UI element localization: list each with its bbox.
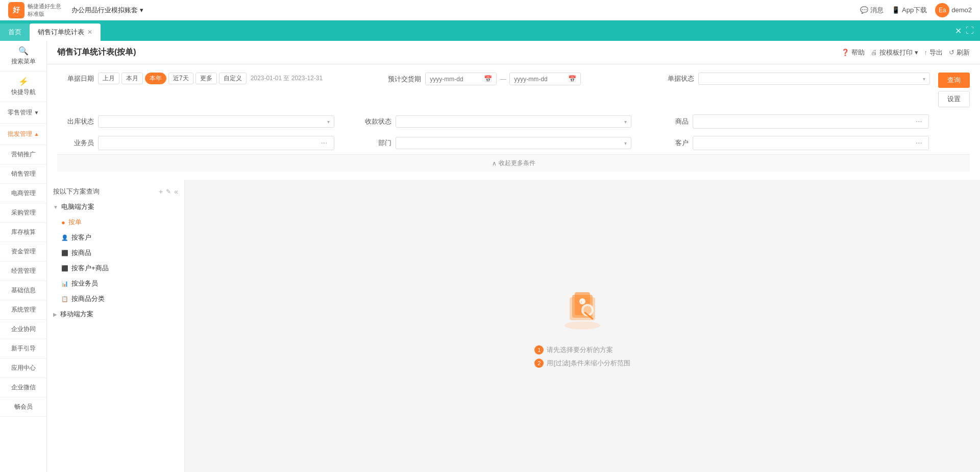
refresh-icon: ↺: [949, 49, 954, 56]
date-from-field[interactable]: [430, 76, 484, 83]
dept-field[interactable]: [400, 139, 625, 147]
page-title: 销售订单统计表(按单): [57, 47, 136, 64]
sidebar-item-search-menu[interactable]: 🔍 搜索菜单: [0, 41, 46, 72]
logo-text: 畅捷通好生意 标准版: [28, 3, 61, 17]
date-btn-more[interactable]: 更多: [195, 73, 217, 84]
status-label: 单据状态: [657, 74, 698, 83]
salesperson-icon: 📊: [61, 280, 68, 287]
sidebar-item-enterprise-wechat[interactable]: 企业微信: [0, 378, 46, 397]
top-bar-right: 💬 消息 📱 App下载 Ea demo2: [860, 3, 972, 17]
tab-sales-order-stats[interactable]: 销售订单统计表 ✕: [30, 23, 101, 41]
left-panel-actions: + ✎ «: [159, 187, 178, 196]
tree-item-by-single[interactable]: ● 按单: [51, 215, 184, 230]
sidebar-item-app-center[interactable]: 应用中心: [0, 359, 46, 378]
sidebar-item-wholesale[interactable]: 批发管理 ▲: [0, 124, 46, 145]
settings-button[interactable]: 设置: [938, 91, 970, 107]
tree-item-by-goods-category[interactable]: 📋 按商品分类: [51, 291, 184, 306]
left-panel-title: 按以下方案查询: [53, 187, 100, 196]
chevron-up-icon: ▲: [34, 131, 39, 137]
customer-label: 客户: [652, 138, 693, 148]
tab-close-window-icon[interactable]: ✕: [955, 26, 962, 36]
sidebar-item-system[interactable]: 系统管理: [0, 300, 46, 320]
date-btn-7days[interactable]: 近7天: [168, 73, 193, 84]
expected-date-from-input[interactable]: 📅: [425, 73, 497, 85]
sidebar-item-basic[interactable]: 基础信息: [0, 281, 46, 300]
tree-item-by-goods[interactable]: ⬛ 按商品: [51, 245, 184, 261]
app-download-button[interactable]: 📱 App下载: [892, 6, 927, 15]
collapse-filters-button[interactable]: ∧ 收起更多条件: [57, 154, 970, 172]
tree-group-mobile[interactable]: ▶ 移动端方案: [47, 306, 184, 322]
tab-home[interactable]: 首页: [0, 23, 30, 41]
edit-scheme-button[interactable]: ✎: [166, 188, 171, 195]
date-btn-last-month[interactable]: 上月: [98, 73, 119, 84]
chevron-down-icon: ▾: [915, 49, 918, 56]
tree-item-by-customer-goods[interactable]: ⬛ 按客户+商品: [51, 261, 184, 276]
sidebar-item-quick-nav[interactable]: ⚡ 快捷导航: [0, 72, 46, 102]
tab-bar: 首页 销售订单统计表 ✕ ✕ ⛶: [0, 20, 980, 41]
date-range-display: 2023-01-01 至 2023-12-31: [251, 74, 323, 83]
out-status-select[interactable]: ▾: [98, 115, 334, 128]
tree-item-by-customer[interactable]: 👤 按客户: [51, 230, 184, 245]
download-icon: 📱: [892, 6, 900, 14]
more-options-icon[interactable]: ···: [914, 138, 924, 148]
date-btn-this-month[interactable]: 本月: [121, 73, 143, 84]
avatar: Ea: [935, 3, 949, 17]
status-select[interactable]: ▾: [698, 73, 930, 85]
sidebar-item-operations[interactable]: 经营管理: [0, 262, 46, 281]
date-to-field[interactable]: [514, 76, 568, 83]
empty-illustration: !: [557, 282, 608, 333]
sidebar-item-enterprise[interactable]: 企业协同: [0, 320, 46, 339]
refresh-button[interactable]: ↺ 刷新: [949, 48, 970, 57]
date-btn-custom[interactable]: 自定义: [219, 73, 247, 84]
sidebar-item-purchase[interactable]: 采购管理: [0, 203, 46, 223]
tab-maximize-icon[interactable]: ⛶: [966, 26, 974, 36]
filter-panel: 单据日期 上月 本月 本年 近7天 更多 自定义 2023-01-01 至 20…: [47, 64, 980, 180]
out-status-field[interactable]: [103, 118, 327, 125]
tab-close-icon[interactable]: ✕: [87, 29, 92, 36]
app-selector[interactable]: 办公用品行业模拟账套 ▾: [71, 6, 143, 15]
goods-field[interactable]: [697, 118, 913, 125]
message-icon: 💬: [860, 6, 868, 14]
customer-goods-icon: ⬛: [61, 265, 68, 272]
customer-field[interactable]: [697, 139, 913, 147]
more-options-icon[interactable]: ···: [914, 117, 924, 126]
salesperson-label: 业务员: [57, 138, 98, 148]
right-content: ! 1 请先选择要分析的方案 2 用[过滤]条件来缩小分析范围: [185, 180, 980, 472]
receipt-status-field[interactable]: [400, 118, 625, 125]
help-icon: ❓: [841, 49, 849, 56]
query-btn-group: 查询 设置: [938, 73, 970, 107]
help-button[interactable]: ❓ 帮助: [841, 48, 865, 57]
sidebar-item-retail[interactable]: 零售管理 ▼: [0, 102, 46, 124]
goods-select[interactable]: ···: [693, 114, 929, 129]
salesperson-field[interactable]: [103, 139, 318, 147]
export-button[interactable]: ↑ 导出: [924, 48, 943, 57]
sidebar-item-inventory[interactable]: 库存核算: [0, 223, 46, 242]
chevron-down-icon: ▾: [327, 119, 330, 125]
sidebar-item-membership[interactable]: 畅会员: [0, 397, 46, 417]
customer-input[interactable]: ···: [693, 136, 929, 150]
tree-group-pc[interactable]: ▼ 电脑端方案: [47, 199, 184, 215]
top-bar-left: 好 畅捷通好生意 标准版 办公用品行业模拟账套 ▾: [8, 2, 143, 18]
add-scheme-button[interactable]: +: [159, 187, 163, 196]
dept-select[interactable]: ▾: [396, 137, 632, 149]
sidebar-item-ecommerce[interactable]: 电商管理: [0, 184, 46, 203]
sidebar-item-marketing[interactable]: 营销推广: [0, 145, 46, 164]
sidebar-item-finance[interactable]: 资金管理: [0, 242, 46, 262]
top-bar: 好 畅捷通好生意 标准版 办公用品行业模拟账套 ▾ 💬 消息 📱 App下载 E…: [0, 0, 980, 20]
tab-bar-actions: ✕ ⛶: [955, 26, 974, 36]
expected-date-to-input[interactable]: 📅: [509, 73, 581, 85]
user-menu[interactable]: Ea demo2: [935, 3, 972, 17]
status-field[interactable]: [703, 75, 923, 82]
messages-button[interactable]: 💬 消息: [860, 6, 884, 15]
more-options-icon[interactable]: ···: [318, 138, 329, 148]
receipt-status-select[interactable]: ▾: [396, 115, 632, 128]
query-button[interactable]: 查询: [938, 73, 970, 88]
salesperson-input[interactable]: ···: [98, 136, 334, 150]
sidebar-item-sales[interactable]: 销售管理: [0, 164, 46, 184]
date-btn-this-year[interactable]: 本年: [145, 73, 166, 84]
tree-item-by-salesperson[interactable]: 📊 按业务员: [51, 276, 184, 291]
sidebar-item-newbie[interactable]: 新手引导: [0, 339, 46, 359]
template-print-button[interactable]: 🖨 按模板打印 ▾: [871, 48, 918, 57]
collapse-panel-button[interactable]: «: [174, 187, 178, 196]
logo-area: 好 畅捷通好生意 标准版: [8, 2, 61, 18]
